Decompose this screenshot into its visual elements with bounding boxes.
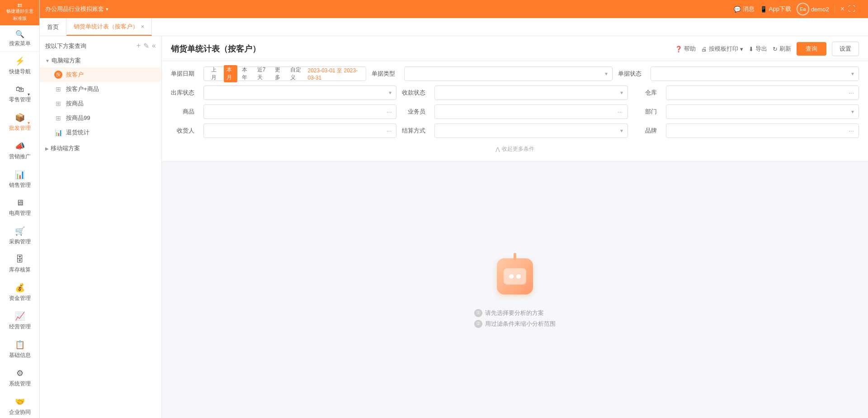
ecommerce-icon: 🖥 [16,198,24,208]
scheme-item-icon-grid1: ⊞ [54,85,62,93]
scheme-item-icon-chart: 📊 [54,128,62,137]
search-menu[interactable]: 🔍 搜索菜单 [0,25,39,52]
receipt-status-filter[interactable]: ▾ [434,86,627,100]
salesperson-filter[interactable]: ··· [434,104,627,119]
filter-row-2: 出库状态 ▾ 收款状态 ▾ 仓库 ··· [171,86,859,100]
settlement-label: 结算方式 [402,127,429,135]
edit-scheme-btn[interactable]: ✎ [143,42,149,50]
date-tab-last-month[interactable]: 上月 [208,65,222,82]
collapse-label: 收起更多条件 [502,145,534,153]
query-btn[interactable]: 查询 [797,42,826,56]
scheme-item-by-customer[interactable]: 按 按客户 [40,67,161,82]
close-window-btn[interactable]: × [840,5,844,13]
inventory-icon: 🗄 [16,255,24,264]
account-selector[interactable]: 办公用品行业模拟账套 ▾ [45,5,108,13]
scheme-group-mobile-header[interactable]: ▶ 移动端方案 [40,142,161,155]
settlement-arrow-icon: ▾ [620,128,623,134]
main-area: 办公用品行业模拟账套 ▾ 💬 消息 📱 App下载 Ea demo2 × ⛶ [40,0,868,418]
sidebar-item-retail[interactable]: 🛍零售管理 [7,80,33,108]
print-btn[interactable]: 🖨 按模板打印 ▾ [701,45,743,53]
left-panel: 按以下方案查询 + ✎ « ▼ 电脑端方案 按 按客户 [40,36,162,418]
out-status-filter[interactable]: ▾ [203,86,396,100]
doc-status-filter[interactable]: ▾ [651,66,859,81]
add-scheme-btn[interactable]: + [137,42,141,50]
scheme-item-by-product-99[interactable]: ⊞ 按商品99 [40,111,161,125]
sidebar-item-ecommerce[interactable]: 🖥电商管理 [7,194,33,222]
date-tab-this-year[interactable]: 本年 [239,65,253,82]
scheme-item-label-customer: 按客户 [66,71,84,79]
date-tab-this-month[interactable]: 本月 [224,65,237,82]
enterprise-icon: 🤝 [15,397,25,407]
help-btn[interactable]: ❓ 帮助 [675,45,696,53]
fullscreen-btn[interactable]: ⛶ [848,5,855,13]
doc-status-arrow-icon: ▾ [851,71,854,77]
out-status-arrow-icon: ▾ [389,90,392,96]
tab-home[interactable]: 首页 [40,18,66,36]
hint-num-1: ① [474,309,482,317]
salesperson-dots-icon[interactable]: ··· [618,108,623,115]
scheme-item-label-product-99: 按商品99 [66,114,90,122]
sidebar-item-wholesale[interactable]: 📦批发管理 [7,108,33,137]
warehouse-dots-icon[interactable]: ··· [849,89,854,96]
message-btn[interactable]: 💬 消息 [734,5,755,13]
sidebar-item-system[interactable]: ⚙系统管理 [7,364,33,392]
collapse-bar[interactable]: ⋀ 收起更多条件 [171,142,859,156]
app-download-btn[interactable]: 📱 App下载 [760,5,791,13]
empty-illustration [488,249,542,304]
sidebar-item-label-finance: 资金管理 [9,294,31,302]
sidebar-item-enterprise[interactable]: 🤝企业协同 [7,392,33,418]
department-arrow-icon: ▾ [851,109,854,115]
scheme-item-return-stat[interactable]: 📊 退货统计 [40,125,161,140]
warehouse-filter[interactable]: ··· [666,86,859,100]
scheme-group-mobile-label: 移动端方案 [51,144,80,152]
help-label: 帮助 [684,45,696,53]
tab-close-btn[interactable]: × [141,24,144,30]
product-filter[interactable]: ··· [203,104,396,119]
app-download-icon: 📱 [760,6,767,13]
refresh-btn[interactable]: ↻ 刷新 [773,45,791,53]
sidebar-item-marketing[interactable]: 📣营销推广 [7,137,33,165]
sidebar-item-operation[interactable]: 📈经营管理 [7,307,33,335]
date-tab-custom[interactable]: 自定义 [288,65,305,82]
scheme-items-desktop: 按 按客户 ⊞ 按客户+商品 ⊞ 按商品 ⊞ 按商品99 [40,67,161,140]
date-range-value: 2023-03-01 至 2023-03-31 [307,67,361,81]
avatar: Ea [797,3,809,15]
export-btn[interactable]: ⬇ 导出 [749,45,767,53]
chevron-down-icon: ▾ [106,6,108,12]
sidebar-item-quick-nav[interactable]: ⚡ 快捷导航 [0,52,39,80]
doc-type-filter[interactable]: ▾ [404,66,613,81]
sidebar-item-finance[interactable]: 💰资金管理 [7,278,33,307]
date-tab-more[interactable]: 更多 [272,65,286,82]
doc-status-label: 单据状态 [618,70,645,78]
scheme-item-by-product[interactable]: ⊞ 按商品 [40,96,161,111]
settlement-filter[interactable]: ▾ [434,124,627,138]
sidebar-item-purchase[interactable]: 🛒采购管理 [7,222,33,250]
scheme-item-by-customer-product[interactable]: ⊞ 按客户+商品 [40,82,161,96]
doc-type-arrow-icon: ▾ [605,71,608,77]
tab-sales-stat[interactable]: 销货单统计表（按客户） × [66,18,152,36]
scheme-item-label-product: 按商品 [66,100,84,108]
scheme-group-desktop-header[interactable]: ▼ 电脑端方案 [40,54,161,67]
brand-filter[interactable]: ··· [666,124,859,138]
department-filter[interactable]: ▾ [666,104,859,119]
page-title: 销货单统计表（按客户） [171,43,260,54]
sidebar-item-label-enterprise: 企业协同 [9,408,31,416]
setting-btn[interactable]: 设置 [832,42,859,56]
user-menu[interactable]: Ea demo2 [797,3,829,15]
date-tabs: 上月 本月 本年 近7天 更多 自定义 [208,65,305,82]
out-status-label: 出库状态 [171,89,198,97]
sidebar-item-basic[interactable]: 📋基础信息 [7,335,33,364]
receiver-dots-icon[interactable]: ··· [387,127,392,134]
product-dots-icon[interactable]: ··· [387,108,392,115]
sidebar-item-inventory[interactable]: 🗄库存核算 [7,250,33,278]
collapse-arrow-icon: ⋀ [495,146,500,152]
sidebar-item-sales[interactable]: 📊销售管理 [7,165,33,194]
collapse-panel-btn[interactable]: « [152,42,156,50]
filter-row-4: 收货人 ··· 结算方式 ▾ 品牌 ··· [171,124,859,138]
brand-dots-icon[interactable]: ··· [849,127,854,134]
date-filter[interactable]: 上月 本月 本年 近7天 更多 自定义 2023-03-01 至 2023-03… [203,66,366,81]
scheme-item-label-customer-product: 按客户+商品 [66,85,99,93]
date-tab-7days[interactable]: 近7天 [255,65,270,82]
receiver-filter[interactable]: ··· [203,124,396,138]
finance-icon: 💰 [15,283,25,293]
